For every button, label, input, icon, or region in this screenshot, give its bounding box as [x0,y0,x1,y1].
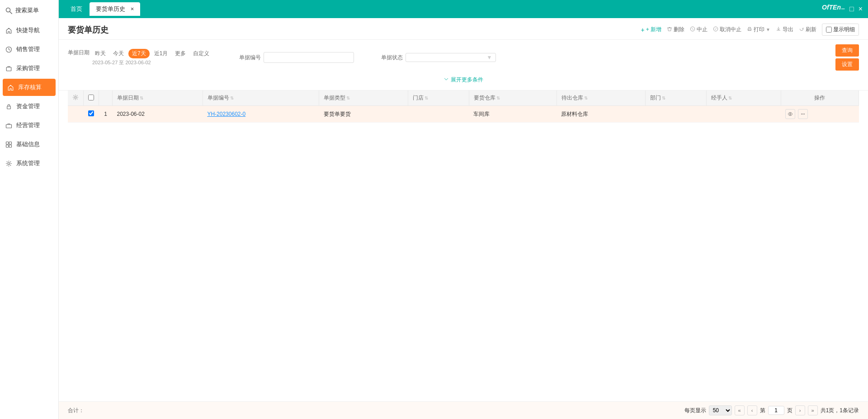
select-all-col[interactable] [84,90,99,106]
refresh-button[interactable]: 刷新 [799,26,816,33]
page-header: 要货单历史 + + 新增 删除 中止 [59,18,868,40]
next-page-btn[interactable]: › [795,405,805,415]
tab-active[interactable]: 要货单历史 × [90,2,140,16]
print-button[interactable]: 打印 ▼ [747,26,770,33]
sidebar-search[interactable]: 搜索菜单 [0,0,58,21]
row-doc-number[interactable]: YH-20230602-0 [203,106,319,123]
gear-col-header[interactable] [68,90,84,106]
window-minimize[interactable]: − [841,5,845,13]
topbar-window-controls: − □ × [841,5,863,13]
tab-home[interactable]: 首页 [64,2,89,16]
search-icon [5,6,13,14]
svg-rect-3 [6,67,11,71]
date-range: 2023-05-27 至 2023-06-02 [92,59,212,66]
first-page-btn[interactable]: « [735,405,745,415]
chart-icon [5,45,13,53]
header-actions: + + 新增 删除 中止 [641,24,859,36]
date-btn-yesterday[interactable]: 昨天 [92,49,108,58]
sidebar-item-sales[interactable]: 销售管理 [0,40,58,59]
date-buttons: 昨天 今天 近7天 近1月 更多 自定义 [92,49,212,58]
sidebar-item-operations[interactable]: 经营管理 [0,116,58,135]
store-col-header[interactable]: 门店⇅ [408,90,469,106]
sidebar-item-label: 采购管理 [16,64,40,72]
stop-button[interactable]: 中止 [690,26,708,33]
page-size-select[interactable]: 2050100200 [709,405,732,415]
svg-point-18 [802,114,802,114]
row-store [408,106,469,123]
svg-point-20 [804,114,805,114]
settings-button[interactable]: 设置 [835,58,859,71]
date-btn-today[interactable]: 今天 [110,49,127,58]
window-close[interactable]: × [859,5,863,13]
prev-page-btn[interactable]: ‹ [747,405,757,415]
sidebar-item-quick-nav[interactable]: 快捷导航 [0,21,58,40]
display-detail-checkbox[interactable] [826,27,832,33]
row-actions [781,106,859,123]
svg-rect-9 [9,145,11,147]
cancel-stop-button[interactable]: 取消中止 [713,26,741,33]
pending-warehouse-col-header[interactable]: 待出仓库⇅ [557,90,646,106]
date-btn-1month[interactable]: 近1月 [151,49,171,58]
stop-icon [690,26,695,33]
svg-point-17 [790,114,791,115]
status-select[interactable]: ▼ [406,53,496,62]
svg-rect-5 [6,124,11,128]
export-button[interactable]: 导出 [776,26,793,33]
date-btn-more[interactable]: 更多 [172,49,189,58]
req-warehouse-col-header[interactable]: 要货仓库⇅ [469,90,557,106]
row-more-btn[interactable] [798,109,808,119]
query-button[interactable]: 查询 [835,44,859,57]
doc-date-col-header[interactable]: 单据日期⇅ [113,90,203,106]
sidebar-item-purchase[interactable]: 采购管理 [0,59,58,78]
row-view-btn[interactable] [785,109,795,119]
row-req-warehouse: 车间库 [469,106,557,123]
row-checkbox[interactable] [84,106,99,123]
doc-number-input[interactable] [264,52,354,63]
page-number-input[interactable] [768,406,784,415]
sidebar-item-system[interactable]: 系统管理 [0,154,58,173]
window-maximize[interactable]: □ [849,5,854,13]
new-button[interactable]: + + 新增 [641,26,662,33]
total-label: 合计： [68,407,84,414]
refresh-icon [799,26,804,33]
lock-icon [5,102,13,110]
doc-number-col-header[interactable]: 单据编号⇅ [203,90,319,106]
topbar: 首页 要货单历史 × − □ × OfTEn [59,0,868,18]
sidebar-item-finance[interactable]: 资金管理 [0,97,58,116]
sidebar-item-label: 经营管理 [16,121,40,129]
display-detail-button[interactable]: 显示明细 [822,24,859,36]
briefcase-icon [5,121,13,129]
row-doc-date: 2023-06-02 [113,106,203,123]
date-filter-label: 单据日期 [68,49,90,57]
sort-icon: ⇅ [230,95,234,100]
sort-icon: ⇅ [496,95,500,100]
department-col-header[interactable]: 部门⇅ [646,90,707,106]
sidebar-item-basic-info[interactable]: 基础信息 [0,135,58,154]
sidebar-item-label: 快捷导航 [16,26,40,34]
sidebar-item-inventory[interactable]: 库存核算 [3,79,56,96]
pagination: 每页显示 2050100200 « ‹ 第 页 › » 共1页，1条记录 [684,405,859,415]
sidebar: 搜索菜单 快捷导航 销售管理 采购管理 库存核算 资金管理 经营 [0,0,59,419]
brand-label: OfTEn [822,4,841,11]
last-page-btn[interactable]: » [808,405,818,415]
tab-close-icon[interactable]: × [131,5,134,12]
date-btn-7days[interactable]: 近7天 [128,49,150,58]
table-row: 1 2023-06-02 YH-20230602-0 要货单要货 车间库 原材料… [68,106,859,123]
delete-icon [667,26,672,33]
date-btn-custom[interactable]: 自定义 [190,49,212,58]
expand-more-button[interactable]: 展开更多条件 [443,74,483,86]
select-all-checkbox[interactable] [88,95,94,100]
house-icon [6,83,14,91]
delete-button[interactable]: 删除 [667,26,684,33]
sort-icon: ⇅ [346,95,350,100]
handler-col-header[interactable]: 经手人⇅ [707,90,781,106]
svg-line-12 [692,28,693,30]
svg-point-0 [6,8,10,12]
expand-icon [443,76,449,83]
sidebar-item-label: 销售管理 [16,45,40,53]
row-handler [707,106,781,123]
expand-more-row: 展开更多条件 [68,74,859,86]
per-page-label: 每页显示 [684,407,706,414]
grid-icon [5,140,13,148]
doc-type-col-header[interactable]: 单据类型⇅ [319,90,408,106]
